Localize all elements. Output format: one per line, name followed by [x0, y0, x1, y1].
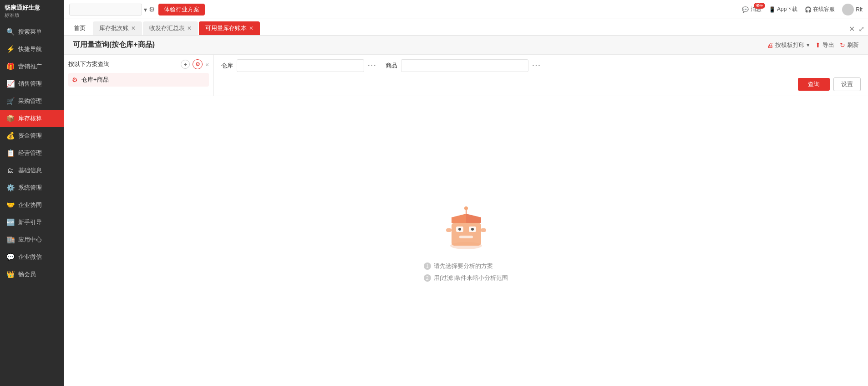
- print-icon: 🖨: [767, 41, 773, 49]
- app-label: App下载: [777, 5, 797, 13]
- sidebar-icon-member: 👑: [6, 270, 15, 278]
- headset-icon: 🎧: [805, 6, 812, 13]
- warehouse-filter-more[interactable]: ···: [368, 62, 376, 70]
- sidebar-label-inventory: 库存核算: [18, 114, 42, 123]
- refresh-label: 刷新: [847, 41, 859, 49]
- print-label: 按模板打印: [775, 41, 805, 49]
- export-button[interactable]: ⬆ 导出: [815, 41, 834, 49]
- tip-text-1: 请先选择要分析的方案: [434, 262, 493, 270]
- sidebar-item-inventory[interactable]: 📦库存核算: [0, 110, 64, 127]
- refresh-button[interactable]: ↻ 刷新: [840, 41, 859, 49]
- sidebar-icon-basic: 🗂: [6, 166, 15, 174]
- sidebar-item-enterprise[interactable]: 🤝企业协同: [0, 196, 64, 214]
- sidebar-item-purchase[interactable]: 🛒采购管理: [0, 93, 64, 110]
- tab-receipt_summary[interactable]: 收发存汇总表 ✕: [143, 21, 198, 35]
- sidebar-label-member: 畅会员: [18, 270, 36, 278]
- topbar-user-profile[interactable]: Rit: [842, 4, 863, 15]
- sidebar-label-shortcut: 快捷导航: [18, 45, 42, 53]
- tab-label-available_qty: 可用量库存账本: [205, 24, 247, 32]
- message-icon: 💬: [742, 6, 749, 13]
- sidebar-item-finance[interactable]: 💰资金管理: [0, 127, 64, 144]
- sidebar-item-shortcut[interactable]: ⚡快捷导航: [0, 41, 64, 58]
- user-avatar: [842, 4, 854, 15]
- sidebar-item-wechat[interactable]: 💬企业微信: [0, 248, 64, 266]
- warehouse-filter-label: 仓库: [221, 62, 233, 70]
- tab-close-receipt_summary[interactable]: ✕: [187, 25, 192, 31]
- trial-industry-button[interactable]: 体验行业方案: [158, 4, 205, 15]
- query-button[interactable]: 查询: [798, 78, 830, 91]
- tab-available_qty[interactable]: 可用量库存账本 ✕: [199, 21, 260, 35]
- sidebar-item-newbie[interactable]: 🆕新手引导: [0, 214, 64, 231]
- query-filters-panel: 仓库 ··· 商品 ··· 查询 设置: [214, 55, 868, 96]
- page-content: 可用量查询(按仓库+商品) 🖨 按模板打印 ▾ ⬆ 导出 ↻ 刷新: [64, 36, 868, 386]
- sidebar-icon-appstore: 🏬: [6, 236, 15, 244]
- sidebar-icon-inventory: 📦: [6, 114, 15, 123]
- search-input[interactable]: [69, 4, 142, 15]
- svg-rect-1: [452, 223, 481, 246]
- tabs-bar: 首页库存批次账 ✕收发存汇总表 ✕可用量库存账本 ✕ ✕ ⤢: [64, 19, 868, 36]
- sidebar-item-basic[interactable]: 🗂基础信息: [0, 162, 64, 179]
- scheme-settings-button[interactable]: ⚙: [193, 59, 203, 69]
- sidebar-icon-operation: 📋: [6, 149, 15, 157]
- sidebar-label-sales: 销售管理: [18, 80, 42, 88]
- topbar-app-download[interactable]: 📱 App下载: [769, 5, 797, 13]
- sidebar-item-marketing_promo[interactable]: 🎁营销推广: [0, 58, 64, 75]
- sidebar-item-system[interactable]: ⚙️系统管理: [0, 179, 64, 196]
- message-badge: 99+: [754, 3, 765, 9]
- goods-filter-input[interactable]: [401, 59, 528, 72]
- scheme-warehouse-goods[interactable]: ⚙ 仓库+商品: [68, 73, 209, 87]
- sidebar-icon-shortcut: ⚡: [6, 45, 15, 53]
- collapse-panel-button[interactable]: «: [205, 61, 209, 68]
- sidebar-item-sales[interactable]: 📈销售管理: [0, 75, 64, 93]
- export-icon: ⬆: [815, 41, 821, 49]
- refresh-icon: ↻: [840, 41, 845, 49]
- sidebar-label-enterprise: 企业协同: [18, 201, 42, 209]
- topbar-online-service[interactable]: 🎧 在线客服: [805, 5, 835, 13]
- sidebar-item-member[interactable]: 👑畅会员: [0, 266, 64, 283]
- settings-button[interactable]: 设置: [833, 77, 861, 91]
- query-left-header: 按以下方案查询 + ⚙ «: [68, 59, 209, 69]
- sidebar-item-search[interactable]: 🔍搜索菜单: [0, 23, 64, 41]
- print-dropdown-icon[interactable]: ▾: [807, 41, 810, 48]
- topbar-message-button[interactable]: 💬 消息 99+: [742, 5, 761, 13]
- sidebar-icon-system: ⚙️: [6, 184, 15, 192]
- goods-filter-more[interactable]: ···: [532, 62, 541, 70]
- query-scheme-panel: 按以下方案查询 + ⚙ « ⚙ 仓库+商品: [64, 55, 214, 96]
- goods-filter-label: 商品: [386, 62, 397, 70]
- sidebar-icon-newbie: 🆕: [6, 218, 15, 226]
- svg-marker-3: [466, 214, 481, 223]
- print-button[interactable]: 🖨 按模板打印 ▾: [767, 41, 810, 49]
- svg-marker-2: [452, 214, 466, 223]
- tip-num-2: 2: [424, 274, 431, 282]
- topbar: ▾ ⚙ 体验行业方案 💬 消息 99+ 📱 App下载 🎧 在线客服 Rit: [64, 0, 868, 19]
- expand-tab-button[interactable]: ⤢: [858, 25, 864, 33]
- query-filters-row: 仓库 ··· 商品 ···: [221, 59, 861, 72]
- svg-point-10: [464, 206, 468, 210]
- tabs-container: 首页库存批次账 ✕收发存汇总表 ✕可用量库存账本 ✕: [67, 21, 261, 35]
- sidebar-label-appstore: 应用中心: [18, 236, 42, 244]
- add-scheme-button[interactable]: +: [181, 60, 190, 69]
- sidebar-label-system: 系统管理: [18, 184, 42, 192]
- warehouse-filter-input[interactable]: [237, 59, 364, 72]
- empty-tips: 1 请先选择要分析的方案 2 用[过滤]条件来缩小分析范围: [424, 262, 508, 282]
- sidebar-label-marketing_promo: 营销推广: [18, 62, 42, 71]
- tab-label-batch_account: 库存批次账: [99, 24, 129, 32]
- sidebar-icon-sales: 📈: [6, 80, 15, 88]
- empty-illustration: [439, 200, 493, 255]
- topbar-gear-icon[interactable]: ⚙: [149, 5, 155, 14]
- tab-home[interactable]: 首页: [67, 21, 92, 35]
- close-all-tabs-button[interactable]: ✕: [849, 25, 855, 33]
- tab-close-available_qty[interactable]: ✕: [249, 25, 254, 31]
- query-area: 按以下方案查询 + ⚙ « ⚙ 仓库+商品 仓库: [64, 55, 868, 96]
- sidebar-label-purchase: 采购管理: [18, 97, 42, 105]
- sidebar-label-basic: 基础信息: [18, 166, 42, 175]
- topbar-dropdown-icon[interactable]: ▾: [144, 6, 147, 13]
- tab-close-batch_account[interactable]: ✕: [131, 25, 136, 31]
- empty-tip-1: 1 请先选择要分析的方案: [424, 262, 508, 270]
- query-buttons-row: 查询 设置: [221, 77, 861, 91]
- sidebar-icon-wechat: 💬: [6, 253, 15, 261]
- tab-batch_account[interactable]: 库存批次账 ✕: [93, 21, 142, 35]
- sidebar-item-operation[interactable]: 📋经营管理: [0, 144, 64, 162]
- sidebar-icon-search: 🔍: [6, 28, 15, 36]
- sidebar-item-appstore[interactable]: 🏬应用中心: [0, 231, 64, 248]
